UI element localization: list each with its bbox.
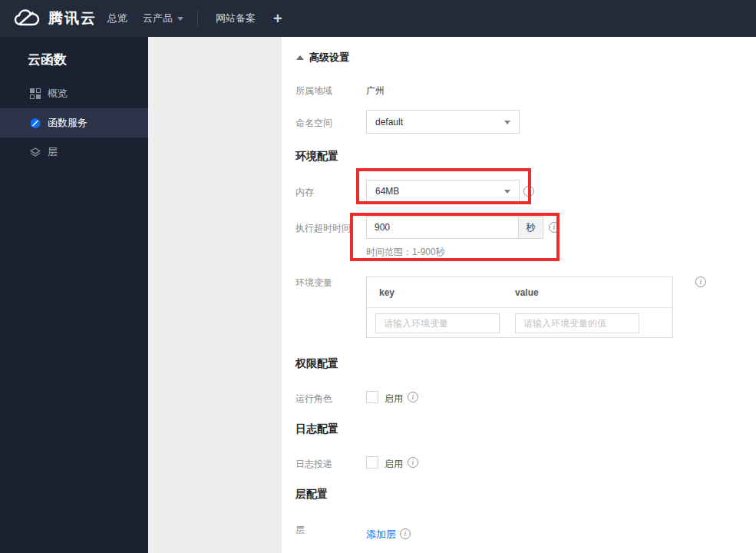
role-info-icon[interactable] <box>408 392 418 402</box>
role-enable-label: 启用 <box>385 392 403 406</box>
sidebar-item-label: 层 <box>48 145 58 159</box>
sidebar-item-overview[interactable]: 概览 <box>0 79 148 108</box>
namespace-selected-value: default <box>375 117 403 127</box>
layers-icon <box>29 146 41 158</box>
nav-item-beian[interactable]: 网站备案 <box>216 0 256 37</box>
sidebar-title: 云函数 <box>28 51 67 68</box>
envvar-table: key value <box>366 276 673 338</box>
top-navbar: 腾讯云 总览 云产品 网站备案 + <box>0 0 756 37</box>
envvar-info-icon[interactable] <box>695 276 706 287</box>
secondary-panel <box>148 37 282 553</box>
envvar-key-header: key <box>379 287 395 298</box>
timeout-range-hint: 时间范围：1-900秒 <box>366 246 445 259</box>
brand[interactable]: 腾讯云 <box>14 0 97 37</box>
nav-overview-label: 总览 <box>107 12 127 25</box>
tencent-cloud-console: 腾讯云 总览 云产品 网站备案 + 云函数 概览 <box>0 0 756 553</box>
nav-products-label: 云产品 <box>143 12 173 25</box>
log-enable-checkbox[interactable] <box>366 456 378 469</box>
sidebar-item-label: 函数服务 <box>48 116 87 130</box>
memory-label: 内存 <box>295 186 314 199</box>
section-permission-config: 权限配置 <box>295 357 338 371</box>
chevron-down-icon <box>504 121 510 124</box>
tencent-cloud-logo-icon <box>14 8 40 28</box>
log-info-icon[interactable] <box>408 457 418 468</box>
brand-name: 腾讯云 <box>48 8 97 28</box>
envvar-label: 环境变量 <box>295 276 332 290</box>
log-label: 日志投递 <box>295 458 332 471</box>
memory-selected-value: 64MB <box>375 186 399 197</box>
role-enable-checkbox[interactable] <box>366 391 378 403</box>
namespace-label: 命名空间 <box>295 117 332 130</box>
timeout-label: 执行超时时间 <box>295 222 351 235</box>
sidebar-item-function-service[interactable]: 函数服务 <box>0 108 148 137</box>
memory-select[interactable]: 64MB <box>366 180 520 203</box>
scf-hexagon-icon <box>29 117 41 129</box>
plus-icon: + <box>273 10 282 28</box>
region-value: 广州 <box>366 84 385 98</box>
triangle-up-icon <box>296 55 304 60</box>
nav-item-overview[interactable]: 总览 <box>107 0 127 37</box>
sidebar: 云函数 概览 函数服务 层 <box>0 37 148 553</box>
envvar-key-input[interactable] <box>375 313 500 333</box>
layer-label: 层 <box>295 524 305 537</box>
region-label: 所属地域 <box>295 84 332 98</box>
chevron-down-icon <box>504 190 510 194</box>
envvar-value-input[interactable] <box>515 313 639 333</box>
sidebar-item-label: 概览 <box>48 87 68 101</box>
namespace-select[interactable]: default <box>366 110 520 134</box>
timeout-input[interactable] <box>366 216 519 239</box>
add-layer-link[interactable]: 添加层 <box>366 528 396 541</box>
chevron-down-icon <box>177 17 183 21</box>
memory-info-icon[interactable] <box>523 186 534 197</box>
timeout-unit-label: 秒 <box>527 221 536 234</box>
section-layer-config: 层配置 <box>295 488 328 502</box>
advanced-settings-label: 高级设置 <box>309 51 349 65</box>
nav-divider <box>197 11 198 26</box>
nav-beian-label: 网站备案 <box>216 12 256 25</box>
section-env-config: 环境配置 <box>295 150 338 164</box>
add-tab-button[interactable]: + <box>273 0 282 37</box>
advanced-settings-toggle[interactable]: 高级设置 <box>296 51 349 65</box>
nav-item-products[interactable]: 云产品 <box>143 0 183 37</box>
envvar-value-header: value <box>515 287 539 298</box>
section-log-config: 日志配置 <box>295 422 338 436</box>
sidebar-item-layers[interactable]: 层 <box>0 137 148 167</box>
timeout-unit-button[interactable]: 秒 <box>518 216 543 239</box>
log-enable-label: 启用 <box>385 458 403 471</box>
layer-info-icon[interactable] <box>400 528 411 539</box>
timeout-info-icon[interactable] <box>549 222 560 233</box>
grid-icon <box>29 88 41 100</box>
table-divider <box>367 307 672 308</box>
role-label: 运行角色 <box>295 392 332 406</box>
